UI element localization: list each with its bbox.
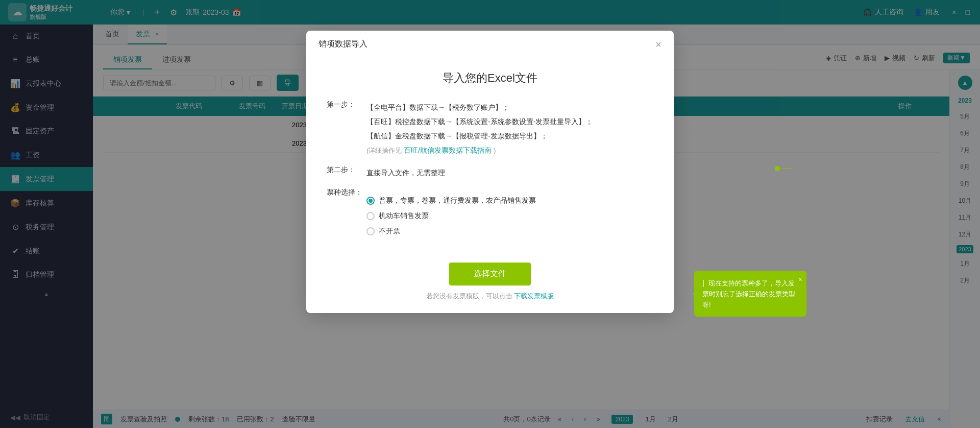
modal-title: 销项数据导入 xyxy=(318,39,368,50)
radio-car-label: 机动车销售发票 xyxy=(379,211,429,221)
step1-line2: 【百旺】税控盘数据下载→【系统设置-系统参数设置-发票批量导入】； xyxy=(366,114,593,129)
tooltip-close-button[interactable]: × xyxy=(798,274,802,285)
step1-content: 【全电平台】数据下载→【税务数字账户】； 【百旺】税控盘数据下载→【系统设置-系… xyxy=(366,100,593,157)
download-template-link[interactable]: 下载发票模版 xyxy=(514,292,554,300)
radio-car-circle xyxy=(366,212,375,220)
footer-note-prefix: 若您没有发票模版，可以点击 xyxy=(426,292,512,300)
step1-note-prefix: (详细操作见 xyxy=(366,147,402,154)
tooltip-bubble: × | 现在支持的票种多了，导入发票时别忘了选择正确的发票类型呀! xyxy=(694,271,806,317)
modal-header: 销项数据导入 × xyxy=(306,31,674,58)
step1-line1: 【全电平台】数据下载→【税务数字账户】； xyxy=(366,100,593,114)
radio-normal-circle xyxy=(366,197,375,205)
modal-close-button[interactable]: × xyxy=(655,39,662,50)
select-file-button[interactable]: 选择文件 xyxy=(449,263,531,286)
ticket-label: 票种选择： xyxy=(327,188,362,250)
step1-note-suffix: ) xyxy=(494,147,496,154)
radio-none[interactable]: 不开票 xyxy=(366,227,536,236)
step1-note-link[interactable]: 百旺/航信发票数据下载指南 xyxy=(404,146,492,154)
step2-content: 直接导入文件，无需整理 xyxy=(366,165,445,180)
step1-line3: 【航信】金税盘数据下载→【报税管理-发票数据导出】； xyxy=(366,129,593,143)
step1-note: (详细操作见 百旺/航信发票数据下载指南 ) xyxy=(366,143,593,157)
radio-group: 普票，专票，卷票，通行费发票，农产品销售发票 机动车销售发票 不开票 xyxy=(366,196,536,242)
tooltip-line xyxy=(778,169,793,169)
modal-main-title: 导入您的Excel文件 xyxy=(327,70,653,86)
tooltip-dot xyxy=(775,166,780,171)
radio-none-circle xyxy=(366,227,375,235)
step2-row: 第二步： 直接导入文件，无需整理 xyxy=(327,165,653,180)
modal-footer-note: 若您没有发票模版，可以点击 下载发票模版 xyxy=(327,292,653,301)
step1-label: 第一步： xyxy=(327,100,362,157)
radio-none-label: 不开票 xyxy=(379,227,400,236)
import-modal: 销项数据导入 × 导入您的Excel文件 第一步： 【全电平台】数据下载→【税务… xyxy=(306,31,674,313)
modal-body: 导入您的Excel文件 第一步： 【全电平台】数据下载→【税务数字账户】； 【百… xyxy=(306,58,674,313)
ticket-row: 票种选择： 普票，专票，卷票，通行费发票，农产品销售发票 机动车销售发票 不开票 xyxy=(327,188,653,250)
step2-label: 第二步： xyxy=(327,165,362,180)
tooltip-text: | 现在支持的票种多了，导入发票时别忘了选择正确的发票类型呀! xyxy=(702,279,795,308)
radio-normal-label: 普票，专票，卷票，通行费发票，农产品销售发票 xyxy=(379,196,536,205)
radio-normal[interactable]: 普票，专票，卷票，通行费发票，农产品销售发票 xyxy=(366,196,536,205)
modal-overlay: 销项数据导入 × 导入您的Excel文件 第一步： 【全电平台】数据下载→【税务… xyxy=(0,0,980,428)
radio-car[interactable]: 机动车销售发票 xyxy=(366,211,536,221)
step1-row: 第一步： 【全电平台】数据下载→【税务数字账户】； 【百旺】税控盘数据下载→【系… xyxy=(327,100,653,157)
